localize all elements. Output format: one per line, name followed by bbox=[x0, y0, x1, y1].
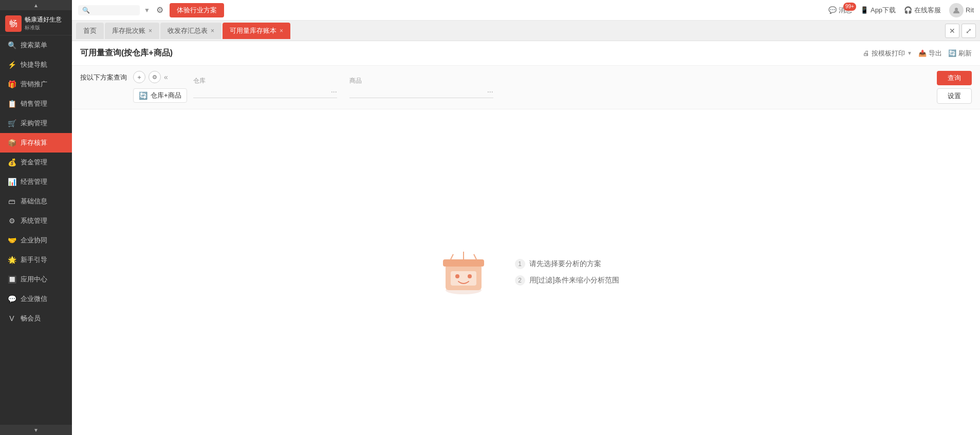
tab-close-storage-summary[interactable]: × bbox=[211, 27, 214, 34]
logo-text: 畅康通好生意 标准版 bbox=[25, 16, 62, 31]
appcenter-icon: 🔲 bbox=[7, 275, 16, 284]
goods-select-button[interactable]: ··· bbox=[487, 87, 493, 96]
refresh-icon: 🔄 bbox=[948, 49, 956, 57]
sidebar-item-marketing[interactable]: 🎁 营销推广 bbox=[0, 74, 72, 94]
messages-button[interactable]: 💬 消息 99+ bbox=[828, 6, 852, 15]
header-dropdown-icon[interactable]: ▼ bbox=[144, 7, 150, 14]
sidebar-item-guide[interactable]: 🌟 新手引导 bbox=[0, 250, 72, 270]
tab-close-batch-account[interactable]: × bbox=[149, 27, 152, 34]
message-icon: 💬 bbox=[828, 6, 837, 14]
warehouse-select-button[interactable]: ··· bbox=[331, 87, 337, 96]
main-content: 🔍 ▼ ⚙ 体验行业方案 💬 消息 99+ 📱 App下载 🎧 在线客服 bbox=[72, 0, 980, 435]
svg-point-6 bbox=[468, 274, 472, 278]
company-icon: 🤝 bbox=[7, 236, 16, 245]
print-dropdown-icon[interactable]: ▼ bbox=[907, 50, 912, 56]
sidebar: ▲ 畅 畅康通好生意 标准版 🔍 搜索菜单 ⚡ 快捷导航 🎁 营销推广 📋 销售… bbox=[0, 0, 72, 435]
goods-input[interactable] bbox=[349, 88, 485, 96]
tab-available-ledger[interactable]: 可用量库存账本 × bbox=[223, 23, 290, 39]
filter-label: 按以下方案查询 bbox=[80, 71, 127, 82]
tab-bar-right: ✕ ⤢ bbox=[945, 24, 976, 38]
page-header: 可用量查询(按仓库+商品) 🖨 按模板打印 ▼ 📤 导出 🔄 刷新 bbox=[72, 41, 980, 66]
warehouse-input[interactable] bbox=[193, 88, 329, 96]
sidebar-item-shortcut[interactable]: ⚡ 快捷导航 bbox=[0, 55, 72, 74]
query-button[interactable]: 查询 bbox=[937, 71, 972, 85]
refresh-button[interactable]: 🔄 刷新 bbox=[948, 49, 972, 58]
tab-close-all-button[interactable]: ✕ bbox=[945, 24, 959, 38]
add-scheme-button[interactable]: + bbox=[133, 71, 145, 83]
sidebar-item-appcenter[interactable]: 🔲 应用中心 bbox=[0, 270, 72, 289]
user-profile[interactable]: Rit bbox=[949, 3, 974, 17]
filter-scheme-controls: + ⚙ « 🔄 仓库+商品 bbox=[133, 71, 187, 103]
sidebar-item-purchase[interactable]: 🛒 采购管理 bbox=[0, 114, 72, 133]
tab-home[interactable]: 首页 bbox=[76, 23, 104, 39]
svg-point-5 bbox=[455, 274, 459, 278]
page-area: 可用量查询(按仓库+商品) 🖨 按模板打印 ▼ 📤 导出 🔄 刷新 按以下 bbox=[72, 41, 980, 435]
sidebar-item-sales[interactable]: 📋 销售管理 bbox=[0, 94, 72, 114]
header-search-icon: 🔍 bbox=[82, 7, 90, 14]
collapse-filter-button[interactable]: « bbox=[164, 73, 168, 81]
sales-icon: 📋 bbox=[7, 99, 16, 108]
scheme-warehouse-goods[interactable]: 🔄 仓库+商品 bbox=[133, 88, 187, 103]
sidebar-item-search[interactable]: 🔍 搜索菜单 bbox=[0, 35, 72, 55]
header-right: 💬 消息 99+ 📱 App下载 🎧 在线客服 Rit bbox=[828, 3, 974, 17]
online-service-button[interactable]: 🎧 在线客服 bbox=[904, 6, 941, 15]
tab-close-available-ledger[interactable]: × bbox=[280, 27, 283, 34]
operation-icon: 📊 bbox=[7, 177, 16, 186]
settings-button[interactable]: 设置 bbox=[937, 88, 972, 104]
sidebar-item-operation[interactable]: 📊 经营管理 bbox=[0, 172, 72, 192]
sidebar-logo: 畅 畅康通好生意 标准版 bbox=[0, 10, 72, 35]
page-title: 可用量查询(按仓库+商品) bbox=[80, 48, 863, 59]
export-button[interactable]: 📤 导出 bbox=[918, 49, 942, 58]
guide-icon: 🌟 bbox=[7, 255, 16, 264]
export-icon: 📤 bbox=[918, 49, 927, 57]
industry-solution-button[interactable]: 体验行业方案 bbox=[170, 3, 224, 17]
tab-batch-account[interactable]: 库存批次账 × bbox=[105, 23, 159, 39]
wechat-icon: 💬 bbox=[7, 294, 16, 304]
filter-panel: 按以下方案查询 + ⚙ « 🔄 仓库+商品 仓库 ··· bbox=[72, 66, 980, 109]
logo-icon: 畅 bbox=[5, 15, 22, 32]
page-header-actions: 🖨 按模板打印 ▼ 📤 导出 🔄 刷新 bbox=[863, 49, 972, 58]
header-search-box[interactable]: 🔍 bbox=[78, 5, 140, 15]
tab-storage-summary[interactable]: 收发存汇总表 × bbox=[160, 23, 221, 39]
empty-text: 1 请先选择要分析的方案 2 用[过滤]条件来缩小分析范围 bbox=[515, 259, 620, 286]
sidebar-item-system[interactable]: ⚙ 系统管理 bbox=[0, 211, 72, 231]
header-gear-icon[interactable]: ⚙ bbox=[154, 3, 165, 17]
sidebar-scroll-up[interactable]: ▲ bbox=[0, 0, 72, 10]
sidebar-scroll-down[interactable]: ▼ bbox=[0, 425, 72, 435]
empty-illustration bbox=[433, 241, 494, 303]
goods-filter-field: 商品 ··· bbox=[349, 77, 493, 98]
step-num-1: 1 bbox=[515, 259, 525, 269]
filter-conditions: 仓库 ··· 商品 ··· 查询 设置 bbox=[193, 71, 972, 104]
member-icon: V bbox=[7, 314, 16, 323]
inventory-icon: 📦 bbox=[7, 138, 16, 147]
sidebar-item-company[interactable]: 🤝 企业协同 bbox=[0, 231, 72, 250]
sidebar-item-wechat[interactable]: 💬 企业微信 bbox=[0, 289, 72, 309]
sidebar-item-basic[interactable]: 🗃 基础信息 bbox=[0, 192, 72, 211]
goods-label: 商品 bbox=[349, 77, 493, 85]
warehouse-input-row: ··· bbox=[193, 87, 337, 98]
sidebar-item-finance[interactable]: 💰 资金管理 bbox=[0, 153, 72, 172]
app-download-button[interactable]: 📱 App下载 bbox=[860, 6, 896, 15]
top-header: 🔍 ▼ ⚙ 体验行业方案 💬 消息 99+ 📱 App下载 🎧 在线客服 bbox=[72, 0, 980, 21]
sidebar-item-member[interactable]: V 畅会员 bbox=[0, 309, 72, 328]
sidebar-item-inventory[interactable]: 📦 库存核算 bbox=[0, 133, 72, 153]
print-button[interactable]: 🖨 按模板打印 ▼ bbox=[863, 49, 912, 58]
warehouse-filter-field: 仓库 ··· bbox=[193, 77, 337, 98]
tab-bar: 首页 库存批次账 × 收发存汇总表 × 可用量库存账本 × ✕ ⤢ bbox=[72, 21, 980, 41]
shortcut-icon: ⚡ bbox=[7, 60, 16, 69]
tab-maximize-button[interactable]: ⤢ bbox=[961, 24, 976, 38]
phone-icon: 📱 bbox=[860, 6, 868, 14]
svg-rect-3 bbox=[443, 259, 484, 267]
system-icon: ⚙ bbox=[7, 216, 16, 225]
search-nav-icon: 🔍 bbox=[7, 41, 16, 50]
headset-icon: 🎧 bbox=[904, 6, 912, 14]
avatar bbox=[949, 3, 964, 17]
header-search-input[interactable] bbox=[92, 7, 133, 14]
svg-line-9 bbox=[474, 254, 476, 259]
empty-step-1: 1 请先选择要分析的方案 bbox=[515, 259, 620, 269]
purchase-icon: 🛒 bbox=[7, 119, 16, 128]
sidebar-nav: 🔍 搜索菜单 ⚡ 快捷导航 🎁 营销推广 📋 销售管理 🛒 采购管理 📦 库存核… bbox=[0, 35, 72, 425]
finance-icon: 💰 bbox=[7, 158, 16, 167]
scheme-settings-button[interactable]: ⚙ bbox=[149, 71, 161, 83]
basic-icon: 🗃 bbox=[7, 197, 16, 206]
